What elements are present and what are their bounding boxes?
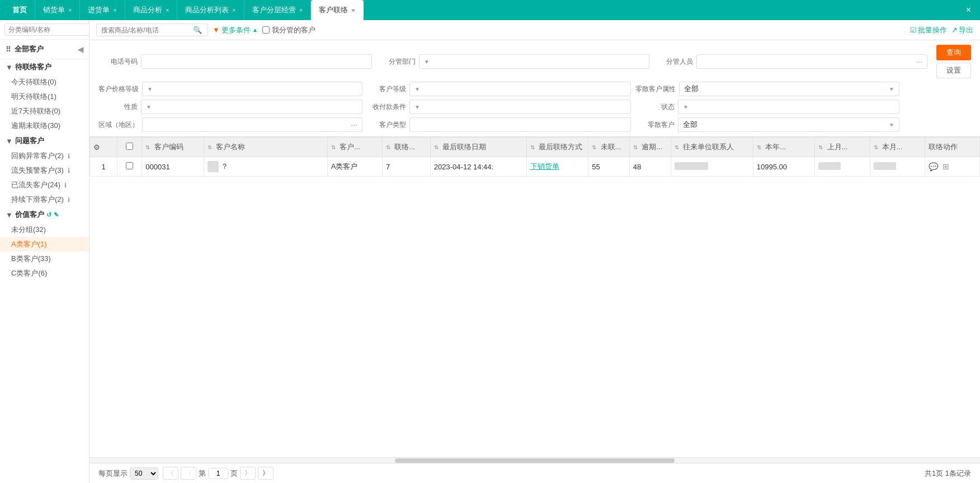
filter-status-select[interactable]: ▼ bbox=[678, 100, 899, 114]
th-check[interactable] bbox=[117, 138, 142, 157]
export-button[interactable]: ↗ 导出 bbox=[951, 25, 973, 35]
filter-retail-attr-select[interactable]: 全部 ▼ bbox=[679, 82, 899, 96]
sidebar-item-warning[interactable]: 流失预警客户(3) ℹ bbox=[0, 163, 89, 178]
scrollbar-thumb[interactable] bbox=[395, 458, 675, 463]
th-overdue[interactable]: ⇅ 逾期... bbox=[629, 138, 671, 157]
filter-retail-attr-label: 零散客户属性 bbox=[635, 84, 676, 94]
sidebar-item-overdue[interactable]: 逾期未联络(30) bbox=[0, 119, 89, 133]
my-customers-checkbox-area[interactable]: 我分管的客户 bbox=[262, 25, 315, 35]
last-way-link[interactable]: 下销货单 bbox=[530, 162, 559, 171]
refresh-icon[interactable]: ↺ bbox=[46, 211, 51, 219]
row-checkbox[interactable] bbox=[126, 162, 133, 169]
sidebar-item-c-class[interactable]: C类客户(6) bbox=[0, 266, 89, 281]
sidebar-collapse-icon[interactable]: ◀ bbox=[78, 45, 83, 54]
sidebar-item-declining[interactable]: 持续下滑客户(2) ℹ bbox=[0, 192, 89, 207]
filter-row-4: 区域（地区） ··· 客户类型 零散客户 全部 ▼ bbox=[98, 117, 971, 132]
my-customers-checkbox[interactable] bbox=[262, 26, 270, 34]
settings-icon[interactable]: ⚙ bbox=[93, 143, 100, 151]
nav-tab-purchase[interactable]: 进货单 × bbox=[80, 0, 125, 20]
th-grade[interactable]: ⇅ 客户... bbox=[327, 138, 382, 157]
close-app-button[interactable]: × bbox=[962, 5, 976, 15]
th-name[interactable]: ⇅ 客户名称 bbox=[204, 138, 327, 157]
sidebar-group-pending[interactable]: ▼ 待联络客户 bbox=[0, 59, 89, 75]
th-contact[interactable]: ⇅ 联络... bbox=[382, 138, 430, 157]
sort-icon: ⇅ bbox=[208, 144, 212, 150]
checkbox-icon: ☑ bbox=[910, 26, 917, 34]
sidebar-all-customers-label[interactable]: 全部客户 bbox=[15, 44, 44, 54]
filter-customer-grade-select[interactable]: ▼ bbox=[409, 82, 631, 96]
th-this-month[interactable]: ⇅ 本月... bbox=[870, 138, 925, 157]
prev-page-button[interactable]: 〈 bbox=[181, 467, 196, 480]
nav-tab-goods-list[interactable]: 商品分析列表 × bbox=[177, 0, 244, 20]
sidebar-item-unclassified[interactable]: 未分组(32) bbox=[0, 222, 89, 237]
next-page-button[interactable]: 〉 bbox=[240, 467, 256, 480]
sidebar-group-value[interactable]: ▼ 价值客户 ↺ ✎ bbox=[0, 207, 89, 222]
sidebar-item-b-class[interactable]: B类客户(33) bbox=[0, 252, 89, 266]
filter-nature-select[interactable]: ▼ bbox=[141, 100, 362, 114]
page-label2: 页 bbox=[230, 468, 238, 479]
nav-tab-sales[interactable]: 销货单 × bbox=[35, 0, 80, 20]
th-last-date[interactable]: ⇅ 最后联络日期 bbox=[430, 138, 526, 157]
filter-payment-select[interactable]: ▼ bbox=[409, 100, 631, 114]
sidebar-search-input[interactable] bbox=[4, 23, 89, 36]
horizontal-scrollbar[interactable] bbox=[89, 457, 980, 463]
nav-tab-customer-tier[interactable]: 客户分层经营 × bbox=[244, 0, 311, 20]
filter-region-select[interactable]: ··· bbox=[142, 117, 362, 132]
th-code[interactable]: ⇅ 客户编码 bbox=[142, 138, 204, 157]
sidebar-item-lost[interactable]: 已流失客户(24) ℹ bbox=[0, 178, 89, 192]
select-all-checkbox[interactable] bbox=[126, 143, 133, 150]
sidebar-item-today[interactable]: 今天待联络(0) bbox=[0, 75, 89, 89]
th-contact-person[interactable]: ⇅ 往来单位联系人 bbox=[671, 138, 753, 157]
cell-check[interactable] bbox=[117, 157, 142, 177]
filter-phone: 电话号码 bbox=[98, 54, 372, 69]
filter-dept-label: 分管部门 bbox=[376, 57, 416, 67]
close-tab-sales[interactable]: × bbox=[68, 7, 72, 13]
close-tab-purchase[interactable]: × bbox=[113, 7, 116, 13]
nav-tab-goods-analysis[interactable]: 商品分析 × bbox=[125, 0, 177, 20]
more-filter-button[interactable]: ▼ 更多条件 ▲ bbox=[213, 25, 258, 35]
close-tab-goods-analysis[interactable]: × bbox=[166, 7, 169, 13]
filter-price-grade: 客户价格等级 ▼ bbox=[98, 82, 362, 96]
nav-tab-customer-contact[interactable]: 客户联络 × bbox=[311, 0, 363, 20]
total-info: 共1页 1条记录 bbox=[925, 468, 971, 479]
batch-op-button[interactable]: ☑ 批量操作 bbox=[910, 25, 947, 35]
sort-icon: ⇅ bbox=[434, 144, 439, 150]
search-input[interactable] bbox=[101, 26, 191, 34]
sidebar: 🔍 ⠿ 全部客户 ◀ ▼ 待联络客户 今天待联络(0) 明天待联络(1) 近7天… bbox=[0, 20, 89, 483]
last-page-button[interactable]: 》 bbox=[258, 467, 274, 480]
per-page-select[interactable]: 50 20 100 bbox=[130, 467, 158, 480]
comment-icon[interactable]: 💬 bbox=[929, 162, 938, 171]
search-icon[interactable]: 🔍 bbox=[193, 26, 202, 34]
th-settings[interactable]: ⚙ bbox=[90, 138, 117, 157]
filter-dept-select[interactable]: ▼ bbox=[419, 54, 650, 69]
sidebar-group-problem[interactable]: ▼ 问题客户 bbox=[0, 133, 89, 149]
filter-retail-customer-select[interactable]: 全部 ▼ bbox=[678, 117, 899, 132]
filter-row-1: 电话号码 分管部门 ▼ 分管人员 ··· 查询 设置 bbox=[98, 45, 971, 78]
sidebar-item-7days[interactable]: 近7天待联络(0) bbox=[0, 104, 89, 119]
query-button[interactable]: 查询 bbox=[936, 45, 971, 60]
first-page-button[interactable]: 《 bbox=[163, 467, 178, 480]
customer-table: ⚙ ⇅ 客户编码 ⇅ 客户名称 bbox=[89, 137, 980, 177]
qr-icon[interactable]: ⊞ bbox=[943, 162, 949, 171]
close-tab-goods-list[interactable]: × bbox=[232, 7, 235, 13]
filter-price-grade-select[interactable]: ▼ bbox=[142, 82, 362, 96]
sidebar-item-abnormal[interactable]: 回购异常客户(2) ℹ bbox=[0, 149, 89, 163]
th-this-year[interactable]: ⇅ 本年... bbox=[753, 138, 814, 157]
setting-button[interactable]: 设置 bbox=[936, 63, 971, 78]
close-tab-customer-tier[interactable]: × bbox=[299, 7, 303, 13]
page-input[interactable] bbox=[208, 468, 228, 479]
th-last-way[interactable]: ⇅ 最后联络方式 bbox=[526, 138, 588, 157]
sidebar-item-tomorrow[interactable]: 明天待联络(1) bbox=[0, 89, 89, 104]
edit-icon[interactable]: ✎ bbox=[54, 211, 59, 219]
per-page-area: 每页显示 50 20 100 bbox=[98, 467, 158, 480]
sidebar-item-a-class[interactable]: A类客户(1) bbox=[0, 237, 89, 252]
nav-tab-home[interactable]: 首页 bbox=[4, 0, 35, 20]
th-last-month[interactable]: ⇅ 上月... bbox=[815, 138, 870, 157]
cell-overdue: 48 bbox=[629, 157, 671, 177]
chevron-down-icon: ▼ bbox=[683, 104, 689, 110]
filter-customer-type-input[interactable] bbox=[409, 117, 631, 132]
filter-phone-input[interactable] bbox=[141, 54, 372, 69]
th-no-contact[interactable]: ⇅ 未联... bbox=[588, 138, 630, 157]
filter-manager-select[interactable]: ··· bbox=[696, 54, 927, 69]
close-tab-customer-contact[interactable]: × bbox=[351, 7, 355, 13]
